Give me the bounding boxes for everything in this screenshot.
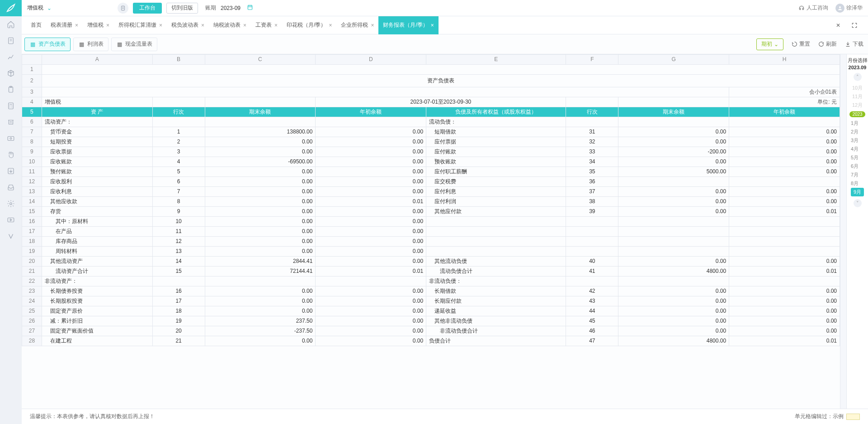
nav-calc-icon[interactable] <box>0 98 22 114</box>
month-option[interactable]: 8月 <box>851 179 864 188</box>
cell[interactable]: 0.00 <box>316 247 426 257</box>
cell[interactable]: 10 <box>152 217 205 227</box>
cell[interactable] <box>618 97 729 107</box>
nav-money-icon[interactable] <box>0 130 22 147</box>
month-option[interactable]: 12月 <box>852 101 863 110</box>
cell[interactable]: 0.00 <box>205 296 316 306</box>
cell[interactable] <box>42 65 840 75</box>
cell[interactable] <box>729 117 840 127</box>
cell[interactable]: 短期投资 <box>42 137 152 147</box>
month-option[interactable]: 11月 <box>852 92 863 101</box>
cell[interactable]: 0.00 <box>729 296 840 306</box>
col-header[interactable]: H <box>729 55 840 65</box>
cell[interactable]: 0.00 <box>205 167 316 177</box>
cell[interactable]: 0.00 <box>205 217 316 227</box>
cell[interactable] <box>618 237 729 247</box>
row-header[interactable]: 3 <box>22 87 42 97</box>
cell[interactable]: 0.00 <box>316 286 426 296</box>
nav-hand-icon[interactable] <box>0 147 22 163</box>
cell[interactable]: -69500.00 <box>205 157 316 167</box>
tab-税负波动表[interactable]: 税负波动表× <box>167 16 209 34</box>
cell[interactable]: 4800.00 <box>618 267 729 276</box>
nav-settings-icon[interactable] <box>0 195 22 212</box>
cell[interactable]: 38 <box>566 197 618 207</box>
cell[interactable]: 33 <box>566 147 618 157</box>
cell[interactable]: 0.00 <box>205 177 316 187</box>
nav-video-icon[interactable] <box>0 212 22 228</box>
cell[interactable]: 0.00 <box>729 187 840 197</box>
cell[interactable]: 存货 <box>42 207 152 217</box>
cell[interactable]: 在建工程 <box>42 336 152 346</box>
row-header[interactable]: 15 <box>22 207 42 217</box>
cell[interactable]: 0.01 <box>316 267 426 276</box>
download-button[interactable]: 下载 <box>845 40 863 48</box>
cell[interactable]: 11 <box>152 227 205 237</box>
cell[interactable] <box>729 217 840 227</box>
row-header[interactable]: 27 <box>22 326 42 336</box>
cell[interactable]: 2023-07-01至2023-09-30 <box>316 97 566 107</box>
cell[interactable]: 非流动负债： <box>426 276 566 286</box>
scrollbar[interactable] <box>840 54 846 409</box>
cell[interactable]: 0.00 <box>729 137 840 147</box>
cell[interactable] <box>205 276 316 286</box>
month-option[interactable]: 2月 <box>851 128 864 136</box>
cell[interactable]: 0.00 <box>316 147 426 157</box>
close-icon[interactable]: × <box>371 22 374 29</box>
cell[interactable]: 0.00 <box>205 137 316 147</box>
row-header[interactable]: 28 <box>22 336 42 346</box>
cell[interactable]: 减：累计折旧 <box>42 316 152 326</box>
cell[interactable] <box>729 237 840 247</box>
cell[interactable]: 46 <box>566 326 618 336</box>
cell[interactable]: 0.01 <box>729 336 840 346</box>
cell[interactable]: 0.00 <box>618 306 729 316</box>
cell[interactable]: 其中：原材料 <box>42 217 152 227</box>
cell[interactable]: 增值税 <box>42 97 152 107</box>
cell[interactable] <box>426 227 566 237</box>
cell[interactable]: 0.00 <box>205 286 316 296</box>
cell[interactable]: 0.00 <box>205 227 316 237</box>
row-header[interactable]: 1 <box>22 65 42 75</box>
row-header[interactable]: 10 <box>22 157 42 167</box>
close-icon[interactable]: × <box>75 22 78 29</box>
cell[interactable]: 0.00 <box>205 247 316 257</box>
cell[interactable]: 资产负债表 <box>42 75 840 87</box>
month-option[interactable]: 3月 <box>851 136 864 145</box>
cell[interactable]: 2844.41 <box>205 257 316 267</box>
cell[interactable]: 单位: 元 <box>729 97 840 107</box>
cell[interactable]: 1 <box>152 127 205 137</box>
cell[interactable]: 4800.00 <box>618 336 729 346</box>
doc-circle-button[interactable] <box>118 3 128 14</box>
month-option[interactable]: 9月 <box>851 188 864 196</box>
cell[interactable] <box>566 117 618 127</box>
cell[interactable]: 2 <box>152 137 205 147</box>
cell[interactable]: 0.00 <box>729 316 840 326</box>
cell[interactable]: -200.00 <box>618 147 729 157</box>
tab-企业所得税[interactable]: 企业所得税× <box>336 16 378 34</box>
cell[interactable]: 0.00 <box>205 336 316 346</box>
cell[interactable]: 0.00 <box>205 237 316 247</box>
cell[interactable] <box>42 87 729 97</box>
cell[interactable]: 0.00 <box>316 296 426 306</box>
cell[interactable]: 0.00 <box>618 187 729 197</box>
tab-增值税[interactable]: 增值税× <box>83 16 114 34</box>
cell[interactable]: 流动负债合计 <box>426 267 566 276</box>
cell[interactable]: 43 <box>566 296 618 306</box>
cell[interactable]: 流动资产合计 <box>42 267 152 276</box>
cell[interactable]: 0.00 <box>729 127 840 137</box>
cell[interactable] <box>566 217 618 227</box>
nav-clipboard-icon[interactable] <box>0 81 22 98</box>
row-header[interactable]: 6 <box>22 117 42 127</box>
cell[interactable]: 货币资金 <box>42 127 152 137</box>
cell[interactable]: 应收利息 <box>42 187 152 197</box>
tab-纳税波动表[interactable]: 纳税波动表× <box>209 16 251 34</box>
cell[interactable]: 13 <box>152 247 205 257</box>
cell[interactable]: 0.00 <box>729 157 840 167</box>
close-icon[interactable]: × <box>201 22 204 29</box>
user-menu[interactable]: 徐泽华 <box>835 4 863 13</box>
cell[interactable]: 0.00 <box>205 306 316 316</box>
row-header[interactable]: 19 <box>22 247 42 257</box>
cell[interactable]: 长期债券投资 <box>42 286 152 296</box>
consult-button[interactable]: 人工咨询 <box>798 4 828 12</box>
cell[interactable]: 17 <box>152 296 205 306</box>
col-header[interactable] <box>22 55 42 65</box>
